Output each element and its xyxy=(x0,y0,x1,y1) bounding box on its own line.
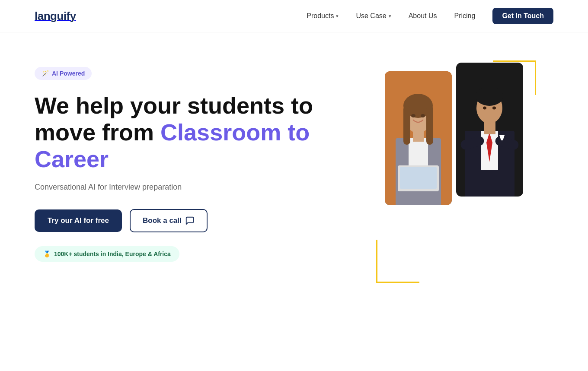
hero-content: 🪄 AI Powered We help your students to mo… xyxy=(35,58,329,262)
ai-powered-badge: 🪄 AI Powered xyxy=(35,67,92,80)
nav-use-case[interactable]: Use Case ▾ xyxy=(356,12,391,20)
nav-products[interactable]: Products ▾ xyxy=(307,12,339,20)
wand-icon: 🪄 xyxy=(42,70,49,77)
nav-get-in-touch[interactable]: Get In Touch xyxy=(492,8,553,24)
male-silhouette xyxy=(456,63,523,197)
medal-icon: 🥇 xyxy=(43,251,51,257)
svg-point-9 xyxy=(421,114,425,117)
svg-rect-7 xyxy=(426,106,433,145)
cta-group: Try our AI for free Book a call xyxy=(35,209,329,232)
female-student-image xyxy=(385,71,452,205)
students-text: 100K+ students in India, Europe & Africa xyxy=(54,251,171,257)
chevron-down-icon: ▾ xyxy=(389,13,391,19)
svg-point-20 xyxy=(492,107,496,110)
nav-pricing[interactable]: Pricing xyxy=(454,12,476,20)
students-count-badge: 🥇 100K+ students in India, Europe & Afri… xyxy=(35,246,179,262)
svg-point-19 xyxy=(483,107,486,110)
hero-images xyxy=(372,63,553,287)
badge-text: AI Powered xyxy=(52,70,85,77)
chevron-down-icon: ▾ xyxy=(336,13,339,19)
bottom-left-bracket-decoration xyxy=(376,240,419,283)
main-nav: Products ▾ Use Case ▾ About Us Pricing G… xyxy=(307,8,553,24)
svg-rect-6 xyxy=(403,106,410,145)
male-student-image xyxy=(456,63,523,197)
nav-about-us[interactable]: About Us xyxy=(409,12,437,20)
site-header: languify Products ▾ Use Case ▾ About Us … xyxy=(0,0,588,32)
try-ai-button[interactable]: Try our AI for free xyxy=(35,209,122,232)
svg-point-18 xyxy=(476,87,503,106)
svg-rect-11 xyxy=(400,167,437,189)
female-silhouette xyxy=(385,71,452,205)
book-call-button[interactable]: Book a call xyxy=(130,209,208,232)
logo[interactable]: languify xyxy=(35,10,76,23)
chat-icon xyxy=(185,216,195,225)
hero-subtitle: Conversational AI for Interview preparat… xyxy=(35,183,329,192)
svg-point-8 xyxy=(411,114,415,117)
hero-section: 🪄 AI Powered We help your students to mo… xyxy=(0,32,588,343)
hero-title: We help your students to move from Class… xyxy=(35,92,329,172)
